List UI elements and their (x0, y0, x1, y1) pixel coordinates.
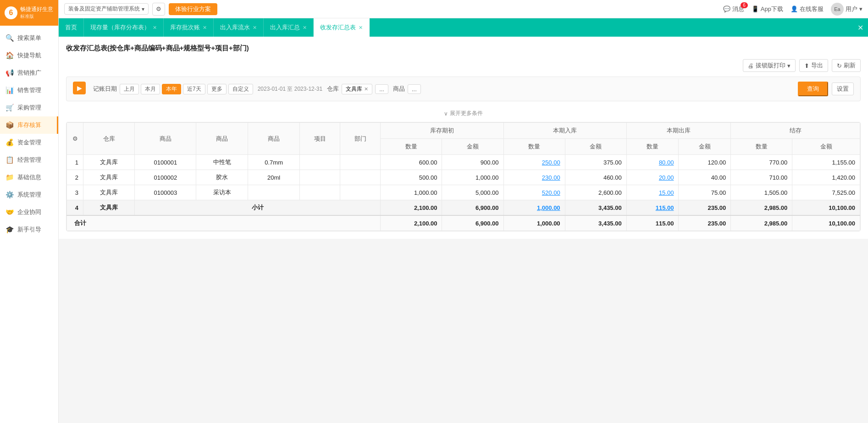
date-btn-更多[interactable]: 更多 (207, 84, 227, 94)
row-goods-name: 中性笔 (196, 155, 248, 170)
goods-filter-group: 商品 ... (393, 84, 421, 94)
avatar: Ea (831, 3, 844, 16)
sidebar-item-label-system: 系统管理 (17, 191, 41, 199)
tab-1[interactable]: 现存量（库存分布表）✕ (84, 18, 164, 37)
app-download-action[interactable]: 📱 App下载 (752, 5, 783, 13)
refresh-button[interactable]: ↻ 刷新 (832, 59, 861, 72)
tab-bar: 首页现存量（库存分布表）✕库存批次账✕出入库流水✕出入库汇总✕收发存汇总表✕✕ (59, 18, 868, 37)
tab-close-5[interactable]: ✕ (359, 25, 363, 31)
date-btn-本月[interactable]: 本月 (141, 84, 160, 94)
row-out-amt: 75.00 (679, 185, 731, 200)
total-in-qty: 1,000.00 (503, 215, 565, 231)
expand-conditions-button[interactable]: ∨ 展开更多条件 (444, 110, 483, 117)
tab-2[interactable]: 库存批次账✕ (164, 18, 214, 37)
date-btn-近7天[interactable]: 近7天 (183, 84, 205, 94)
sidebar-item-label-collab: 企业协同 (17, 208, 41, 216)
purchase-icon: 🛒 (6, 104, 14, 112)
sidebar-item-purchase[interactable]: 🛒采购管理 (0, 99, 58, 116)
out-th: 本期出库 (626, 123, 731, 139)
sidebar-item-quicknav[interactable]: 🏠快捷导航 (0, 47, 58, 64)
tab-5[interactable]: 收发存汇总表✕ (314, 18, 370, 37)
sidebar-item-system[interactable]: ⚙️系统管理 (0, 186, 58, 203)
system-dropdown[interactable]: 装备及固定资产辅助管理系统 ▾ (64, 3, 149, 15)
goods-code-th: 商品 (135, 123, 196, 155)
sidebar-item-label-marketing: 营销推广 (17, 69, 41, 77)
row-in-qty[interactable]: 230.00 (503, 170, 565, 185)
row-opening-amt: 900.00 (442, 155, 503, 170)
message-badge: 6 (741, 2, 748, 8)
tab-4[interactable]: 出入库汇总✕ (264, 18, 314, 37)
tab-close-2[interactable]: ✕ (203, 25, 207, 31)
data-table-container: ⚙ 仓库 商品 商品 商品 项目 部门 库存期初 本期入库 本期出库 结存 (66, 122, 861, 231)
online-service-action[interactable]: 👤 在线客服 (791, 5, 824, 13)
row-dept (340, 170, 381, 185)
warehouse-tag-close[interactable]: ✕ (364, 86, 368, 92)
row-opening-amt: 5,000.00 (442, 185, 503, 200)
tab-close-3[interactable]: ✕ (253, 25, 257, 31)
settings-button[interactable]: 设置 (832, 82, 854, 95)
sidebar-item-search[interactable]: 🔍搜索菜单 (0, 29, 58, 47)
try-industry-button[interactable]: 体验行业方案 (169, 3, 217, 15)
expand-arrow-icon: ∨ (444, 110, 448, 117)
gear-button[interactable]: ⚙ (152, 3, 165, 16)
sidebar-item-basic[interactable]: 📁基础信息 (0, 169, 58, 186)
subtotal-in-qty[interactable]: 1,000.00 (503, 200, 565, 216)
print-button[interactable]: 🖨 拔锁版打印 ▾ (743, 59, 796, 72)
sales-icon: 📊 (6, 86, 14, 94)
sidebar-item-collab[interactable]: 🤝企业协同 (0, 203, 58, 221)
row-in-amt: 375.00 (565, 155, 626, 170)
date-btn-自定义[interactable]: 自定义 (228, 84, 253, 94)
goods-ellipsis-button[interactable]: ... (408, 84, 421, 94)
top-header: 装备及固定资产辅助管理系统 ▾ ⚙ 体验行业方案 💬 消息 6 📱 App下载 … (59, 0, 868, 18)
dept-th: 部门 (340, 123, 381, 155)
sidebar-item-sales[interactable]: 📊销售管理 (0, 82, 58, 99)
sidebar-item-label-operations: 经营管理 (17, 156, 41, 164)
sidebar-item-operations[interactable]: 📋经营管理 (0, 151, 58, 169)
total-opening-amt: 6,900.00 (442, 215, 503, 231)
row-in-qty[interactable]: 250.00 (503, 155, 565, 170)
tab-close-4[interactable]: ✕ (303, 25, 307, 31)
table-row: 2 文具库 0100002 胶水 20ml 500.00 1,000.00 23… (67, 170, 860, 185)
query-button[interactable]: 查询 (798, 82, 828, 96)
tab-3[interactable]: 出入库流水✕ (214, 18, 264, 37)
tab-close-1[interactable]: ✕ (153, 25, 157, 31)
filter-toggle-button[interactable]: ▶ (73, 82, 86, 94)
warehouse-ellipsis-button[interactable]: ... (375, 84, 388, 94)
sidebar-item-finance[interactable]: 💰资金管理 (0, 134, 58, 151)
dropdown-arrow-icon: ▾ (142, 6, 144, 12)
warehouse-tag[interactable]: 文具库 ✕ (342, 84, 372, 94)
tab-0[interactable]: 首页 (59, 18, 84, 37)
subtotal-out-qty[interactable]: 115.00 (626, 200, 679, 216)
message-icon: 💬 (723, 5, 730, 12)
close-main-button[interactable]: ✕ (857, 23, 863, 32)
filter-fields: 记账日期 上月本月本年近7天更多自定义 2023-01-01 至 2023-12… (93, 82, 854, 96)
subtotal-out-amt: 235.00 (679, 200, 731, 216)
tab-label-5: 收发存汇总表 (320, 23, 356, 32)
refresh-icon: ↻ (837, 62, 842, 69)
total-opening-qty: 2,100.00 (381, 215, 442, 231)
sidebar-item-inventory[interactable]: 📦库存核算 (0, 116, 58, 134)
sidebar-item-label-quicknav: 快捷导航 (17, 51, 41, 60)
row-out-qty[interactable]: 20.00 (626, 170, 679, 185)
guide-icon: 🎓 (6, 225, 14, 234)
row-out-qty[interactable]: 15.00 (626, 185, 679, 200)
warehouse-filter-group: 仓库 文具库 ✕ ... (327, 84, 388, 94)
closing-amt-th: 金额 (792, 139, 860, 155)
sidebar-item-marketing[interactable]: 📢营销推广 (0, 64, 58, 82)
user-action[interactable]: Ea 用户 ▾ (831, 3, 862, 16)
subtotal-seq: 4 (67, 200, 83, 216)
date-btn-本年[interactable]: 本年 (162, 84, 181, 94)
warehouse-tag-text: 文具库 (346, 85, 362, 93)
sidebar-item-guide[interactable]: 🎓新手引导 (0, 221, 58, 238)
system-icon: ⚙️ (6, 191, 14, 199)
date-btn-上月[interactable]: 上月 (120, 84, 139, 94)
row-in-qty[interactable]: 520.00 (503, 185, 565, 200)
header-left: 装备及固定资产辅助管理系统 ▾ ⚙ 体验行业方案 (64, 3, 217, 16)
messages-action[interactable]: 💬 消息 6 (723, 5, 744, 13)
export-button[interactable]: ⬆ 导出 (799, 59, 828, 72)
row-out-qty[interactable]: 80.00 (626, 155, 679, 170)
logo-icon: 6 (5, 6, 17, 19)
row-goods-spec: 20ml (248, 170, 300, 185)
table-row: 3 文具库 0100003 采访本 1,000.00 5,000.00 520.… (67, 185, 860, 200)
table-settings-th[interactable]: ⚙ (67, 123, 83, 155)
